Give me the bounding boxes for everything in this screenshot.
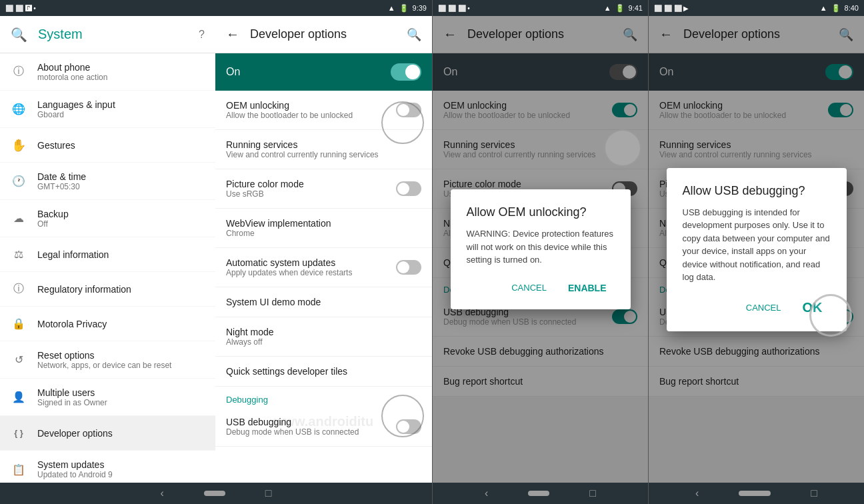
usb-dialog-actions: Cancel OK bbox=[683, 295, 831, 326]
about-text: About phone motorola one action bbox=[37, 62, 107, 82]
sidebar-item-about[interactable]: ⓘ About phone motorola one action bbox=[0, 53, 215, 91]
notification-icons-2: ⬜ ⬜ ⬜ • bbox=[438, 5, 470, 12]
dev-options-panel-1: ← Developer options 🔍 On OEM bbox=[215, 16, 432, 483]
sidebar-item-developer[interactable]: { } Developer options bbox=[0, 416, 215, 451]
dev-toggle-knob-1 bbox=[405, 65, 420, 79]
datetime-icon: 🕐 bbox=[11, 175, 27, 187]
developer-label: Developer options bbox=[37, 428, 113, 439]
sidebar-list: ⓘ About phone motorola one action 🌐 Lang… bbox=[0, 53, 215, 483]
dev-item-color-text-1: Picture color mode Use sRGB bbox=[226, 179, 396, 199]
dev-item-quicksettings-1[interactable]: Quick settings developer tiles bbox=[215, 357, 432, 387]
usb-sublabel-1: Debug mode when USB is connected bbox=[226, 427, 396, 437]
nav-home-2[interactable] bbox=[528, 491, 549, 496]
color-label-1: Picture color mode bbox=[226, 179, 396, 189]
dev-item-night-1[interactable]: Night mode Always off bbox=[215, 317, 432, 357]
nav-back-2[interactable]: ‹ bbox=[485, 487, 488, 499]
sidebar-item-regulatory[interactable]: ⓘ Regulatory information bbox=[0, 272, 215, 307]
dev-item-autoupdate-1[interactable]: Automatic system updates Apply updates w… bbox=[215, 248, 432, 287]
nav-back-3[interactable]: ‹ bbox=[695, 487, 699, 499]
dev-item-color-1[interactable]: Picture color mode Use sRGB bbox=[215, 169, 432, 209]
dev-search-icon-1[interactable]: 🔍 bbox=[407, 27, 421, 42]
sidebar-title: System bbox=[38, 27, 188, 42]
usb-label-1: USB debugging bbox=[226, 417, 396, 427]
sidebar-item-gestures[interactable]: ✋ Gestures bbox=[0, 128, 215, 163]
dev-item-demo-1[interactable]: System UI demo mode bbox=[215, 287, 432, 317]
sidebar-item-reset[interactable]: ↺ Reset options Network, apps, or device… bbox=[0, 341, 215, 379]
dev-title-1: Developer options bbox=[250, 27, 396, 41]
regulatory-label: Regulatory information bbox=[37, 284, 131, 295]
nav-recents-3[interactable]: □ bbox=[811, 487, 817, 499]
status-bar-2: ⬜ ⬜ ⬜ • ▲ 🔋 9:41 bbox=[433, 0, 648, 16]
sidebar-header: 🔍 System ? bbox=[0, 16, 215, 53]
autoupdate-toggle-knob-1 bbox=[397, 261, 409, 273]
running-label-1: Running services bbox=[226, 139, 421, 150]
wifi-icon: ▲ bbox=[388, 4, 395, 12]
status-icons-left: ⬜ ⬜ 🅿 • bbox=[5, 5, 36, 12]
datetime-sublabel: GMT+05:30 bbox=[37, 182, 86, 191]
sidebar-search-icon[interactable]: 🔍 bbox=[11, 27, 27, 43]
battery-icon: 🔋 bbox=[399, 4, 409, 13]
autoupdate-toggle-1[interactable] bbox=[396, 260, 421, 275]
dev-item-oem-text-1: OEM unlocking Allow the bootloader to be… bbox=[226, 100, 396, 120]
language-icon: 🌐 bbox=[11, 103, 27, 115]
dev-item-webview-1[interactable]: WebView implementation Chrome bbox=[215, 209, 432, 248]
languages-label: Languages & input bbox=[37, 99, 115, 110]
webview-label-1: WebView implementation bbox=[226, 218, 421, 229]
reset-label: Reset options bbox=[37, 350, 171, 361]
status-icons-left-3: ⬜ ⬜ ⬜ ▶ bbox=[654, 5, 689, 12]
dev-item-running-1[interactable]: Running services View and control curren… bbox=[215, 130, 432, 169]
reset-text: Reset options Network, apps, or device c… bbox=[37, 350, 171, 370]
sidebar-item-backup[interactable]: ☁ Backup Off bbox=[0, 200, 215, 237]
about-sublabel: motorola one action bbox=[37, 73, 107, 82]
legal-label: Legal information bbox=[37, 249, 109, 260]
dev-item-oem-1[interactable]: OEM unlocking Allow the bootloader to be… bbox=[215, 91, 432, 130]
privacy-icon: 🔒 bbox=[11, 317, 27, 330]
night-label-1: Night mode bbox=[226, 327, 421, 337]
nav-back-1[interactable]: ‹ bbox=[161, 487, 164, 499]
users-label: Multiple users bbox=[37, 387, 107, 398]
oem-enable-button[interactable]: Enable bbox=[560, 277, 615, 299]
nav-recents-1[interactable]: □ bbox=[265, 487, 272, 499]
oem-cancel-button[interactable]: Cancel bbox=[503, 277, 555, 299]
sidebar-item-legal[interactable]: ⚖ Legal information bbox=[0, 237, 215, 272]
languages-text: Languages & input Gboard bbox=[37, 99, 115, 119]
nav-recents-2[interactable]: □ bbox=[589, 487, 596, 499]
color-toggle-knob-1 bbox=[397, 183, 409, 195]
sidebar-item-languages[interactable]: 🌐 Languages & input Gboard bbox=[0, 91, 215, 128]
privacy-label: Motorola Privacy bbox=[37, 319, 107, 329]
dev-on-label-1: On bbox=[226, 66, 240, 78]
dev-item-usb-1[interactable]: USB debugging Debug mode when USB is con… bbox=[215, 407, 432, 447]
usb-cancel-button[interactable]: Cancel bbox=[738, 295, 789, 321]
dev-toggle-1[interactable] bbox=[391, 63, 421, 81]
dev-list-1: OEM unlocking Allow the bootloader to be… bbox=[215, 91, 432, 483]
sidebar-item-users[interactable]: 👤 Multiple users Signed in as Owner bbox=[0, 379, 215, 416]
sidebar-help-icon[interactable]: ? bbox=[199, 29, 205, 41]
color-sublabel-1: Use sRGB bbox=[226, 189, 396, 199]
status-bar-3: ⬜ ⬜ ⬜ ▶ ▲ 🔋 8:40 bbox=[649, 0, 864, 16]
wifi-icon-2: ▲ bbox=[604, 4, 611, 12]
usb-dialog-overlay: Allow USB debugging? USB debugging is in… bbox=[649, 16, 864, 483]
dev-on-bar-1[interactable]: On bbox=[215, 53, 432, 91]
oem-toggle-1[interactable] bbox=[396, 103, 421, 117]
debugging-section-1: Debugging bbox=[215, 387, 432, 407]
notification-icons: ⬜ ⬜ 🅿 • bbox=[5, 5, 36, 12]
backup-sublabel: Off bbox=[37, 219, 69, 229]
sidebar-item-datetime[interactable]: 🕐 Date & time GMT+05:30 bbox=[0, 163, 215, 200]
datetime-label: Date & time bbox=[37, 171, 86, 182]
dev-back-icon-1[interactable]: ← bbox=[226, 27, 239, 42]
oem-dialog-actions: Cancel Enable bbox=[467, 277, 615, 304]
reset-sublabel: Network, apps, or device can be reset bbox=[37, 361, 171, 370]
nav-home-1[interactable] bbox=[204, 491, 225, 496]
languages-sublabel: Gboard bbox=[37, 110, 115, 119]
oem-dialog-body: WARNING: Device protection features will… bbox=[467, 227, 615, 267]
nav-home-3[interactable] bbox=[739, 491, 771, 496]
usb-ok-button[interactable]: OK bbox=[795, 295, 831, 321]
color-toggle-1[interactable] bbox=[396, 181, 421, 196]
sidebar-item-privacy[interactable]: 🔒 Motorola Privacy bbox=[0, 307, 215, 341]
about-label: About phone bbox=[37, 62, 107, 73]
usb-toggle-1[interactable] bbox=[396, 419, 421, 434]
screen-2: ⬜ ⬜ ⬜ • ▲ 🔋 9:41 ← Developer options 🔍 O… bbox=[432, 0, 648, 504]
usb-dialog: Allow USB debugging? USB debugging is in… bbox=[667, 168, 847, 331]
oem-sublabel-1: Allow the bootloader to be unlocked bbox=[226, 111, 396, 120]
sidebar-item-system-update[interactable]: 📋 System updates Updated to Android 9 bbox=[0, 451, 215, 483]
